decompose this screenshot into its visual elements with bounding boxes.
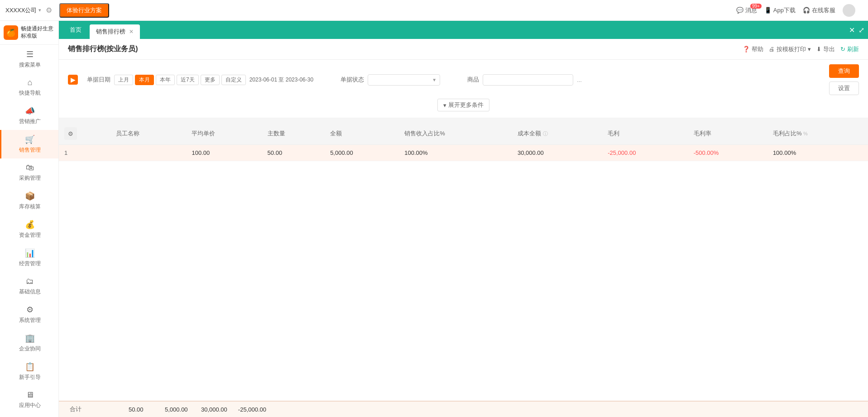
export-label: 导出: [823, 45, 835, 53]
sidebar-item-basic[interactable]: 🗂 基础信息: [0, 272, 58, 300]
col-gross-pct: 毛利占比% %: [767, 123, 868, 145]
logo-icon: 🍊: [4, 25, 18, 40]
goods-input[interactable]: [483, 74, 573, 86]
footer-gross: -25,000.00: [233, 406, 272, 413]
export-icon: ⬇: [816, 46, 821, 53]
tab-expand-icon[interactable]: ⤢: [858, 26, 864, 34]
logo-symbol: 🍊: [6, 29, 15, 37]
tab-home[interactable]: 首页: [62, 21, 89, 39]
status-select[interactable]: [368, 74, 440, 86]
sidebar-item-apps[interactable]: 🖥 应用中心: [0, 386, 58, 414]
sidebar-item-inventory[interactable]: 📦 库存核算: [0, 187, 58, 215]
col-qty: 主数量: [262, 123, 325, 145]
company-selector[interactable]: XXXXX公司 ▾: [5, 6, 41, 14]
tab-close-all-icon[interactable]: ✕: [849, 26, 855, 34]
sidebar-item-guide-label: 新手引导: [19, 374, 41, 381]
col-settings: ⚙: [59, 123, 110, 145]
cell-amount: 5,000.00: [325, 145, 399, 161]
basic-icon: 🗂: [26, 277, 34, 286]
sidebar-item-guide[interactable]: 📋 新手引导: [0, 357, 58, 386]
query-button[interactable]: 查询: [829, 64, 859, 78]
message-button[interactable]: 💬 消息 99+: [736, 6, 757, 14]
tab-sales-ranking-label: 销售排行榜: [96, 28, 125, 36]
cell-name: [110, 145, 186, 161]
date-btn-this-month[interactable]: 本月: [135, 75, 154, 85]
sidebar-item-operations[interactable]: 📊 经营管理: [0, 244, 58, 272]
goods-more-icon[interactable]: ...: [577, 77, 582, 83]
col-avg-price: 平均单价: [186, 123, 262, 145]
col-name: 员工名称: [110, 123, 186, 145]
company-chevron-icon: ▾: [38, 7, 41, 13]
col-cost-amount: 成本全额 ⓘ: [512, 123, 602, 145]
footer-label: 合计: [64, 405, 87, 413]
content-area: 销售排行榜(按业务员) ❓ 帮助 🖨 按模板打印 ▾ ⬇ 导出: [59, 39, 868, 417]
cell-qty: 50.00: [262, 145, 325, 161]
expand-label: 展开更多条件: [448, 101, 484, 109]
date-filter: 单据日期 上月 本月 本年 近7天 更多 自定义 2023-06-01 至 20…: [87, 75, 313, 85]
sidebar-item-marketing-label: 营销推广: [19, 118, 41, 125]
col-sales-pct: 销售收入占比%: [399, 123, 512, 145]
settings-button[interactable]: 设置: [829, 81, 859, 95]
sidebar-item-finance[interactable]: 💰 资金管理: [0, 215, 58, 244]
date-btn-custom[interactable]: 自定义: [221, 75, 246, 85]
table-settings-icon[interactable]: ⚙: [64, 127, 77, 140]
message-icon: 💬: [736, 7, 743, 14]
print-chevron-icon: ▾: [808, 46, 811, 53]
help-label: 帮助: [752, 45, 763, 53]
filter-collapse-button[interactable]: ▶: [68, 75, 78, 85]
app-download-button[interactable]: 📱 App下载: [764, 6, 796, 14]
filter-area: ▶ 单据日期 上月 本月 本年 近7天 更多 自定义 2023-06-01 至 …: [59, 60, 868, 118]
help-button[interactable]: ❓ 帮助: [743, 45, 763, 53]
cell-gross-profit: -25,000.00: [602, 145, 688, 161]
sidebar-item-purchase[interactable]: 🛍 采购管理: [0, 158, 58, 187]
refresh-button[interactable]: ↻ 刷新: [840, 45, 859, 53]
sidebar: 🍊 畅捷通好生意 标准版 ☰ 搜索菜单 ⌂ 快捷导航 📣 营销推广 🛒 销售管理…: [0, 21, 59, 417]
tab-sales-ranking[interactable]: 销售排行榜 ✕: [90, 24, 140, 39]
col-amount: 全额: [325, 123, 399, 145]
sidebar-item-system-label: 系统管理: [19, 316, 41, 324]
filter-row-2: ▾ 展开更多条件: [68, 95, 859, 113]
apps-icon: 🖥: [26, 390, 34, 400]
sidebar-item-enterprise-label: 企业协同: [19, 345, 41, 353]
date-label: 单据日期: [87, 76, 110, 84]
sidebar-item-search[interactable]: ☰ 搜索菜单: [0, 45, 58, 73]
date-btn-more[interactable]: 更多: [201, 75, 220, 85]
sidebar-item-basic-label: 基础信息: [19, 288, 41, 296]
print-button[interactable]: 🖨 按模板打印 ▾: [769, 45, 811, 53]
sidebar-item-wechat[interactable]: 💬 企业微信: [0, 414, 58, 417]
guide-icon: 📋: [25, 362, 35, 372]
top-bar-right: 💬 消息 99+ 📱 App下载 🎧 在线客服: [736, 4, 863, 17]
operations-icon: 📊: [25, 248, 35, 258]
sidebar-item-system[interactable]: ⚙ 系统管理: [0, 300, 58, 329]
tab-close-icon[interactable]: ✕: [129, 29, 134, 35]
avatar[interactable]: [843, 4, 855, 17]
trial-button[interactable]: 体验行业方案: [59, 3, 109, 18]
status-filter: 单据状态: [340, 74, 440, 86]
status-select-wrapper: [368, 74, 440, 86]
sidebar-item-purchase-label: 采购管理: [19, 174, 41, 182]
main-content: 首页 销售排行榜 ✕ ✕ ⤢ 销售排行榜(按业务员) ❓ 帮助: [59, 21, 868, 417]
col-gross-profit: 毛利: [602, 123, 688, 145]
table-body: 1 100.00 50.00: [59, 145, 868, 161]
search-menu-icon: ☰: [26, 49, 34, 59]
expand-more-button[interactable]: ▾ 展开更多条件: [437, 99, 489, 111]
table-header: ⚙ 员工名称 平均单价 主数量: [59, 123, 868, 145]
logo-line1: 畅捷通好生意: [21, 25, 53, 33]
settings-icon[interactable]: ⚙: [46, 6, 52, 14]
refresh-label: 刷新: [847, 45, 859, 53]
date-btn-this-year[interactable]: 本年: [156, 75, 175, 85]
message-badge: 99+: [750, 4, 762, 9]
sidebar-item-sales[interactable]: 🛒 销售管理: [0, 130, 58, 158]
sidebar-item-enterprise[interactable]: 🏢 企业协同: [0, 329, 58, 357]
system-icon: ⚙: [26, 305, 34, 315]
date-btn-7days[interactable]: 近7天: [177, 75, 199, 85]
export-button[interactable]: ⬇ 导出: [816, 45, 835, 53]
sales-icon: 🛒: [25, 134, 35, 144]
goods-filter: 商品 ...: [467, 74, 582, 86]
cell-cost-amount: 30,000.00: [512, 145, 602, 161]
sidebar-item-shortcut[interactable]: ⌂ 快捷导航: [0, 73, 58, 101]
date-btn-last-month[interactable]: 上月: [114, 75, 133, 85]
status-label: 单据状态: [340, 76, 364, 84]
sidebar-item-marketing[interactable]: 📣 营销推广: [0, 101, 58, 130]
online-service-button[interactable]: 🎧 在线客服: [803, 6, 835, 14]
